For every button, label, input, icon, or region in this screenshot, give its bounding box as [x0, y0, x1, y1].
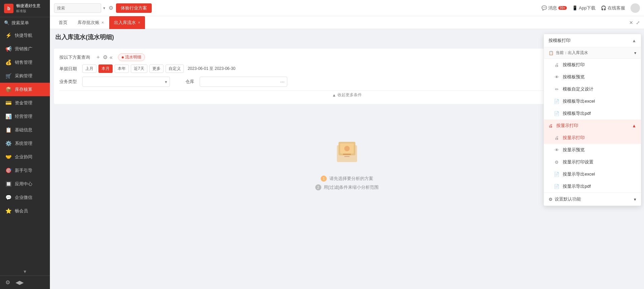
date-btn-last-month[interactable]: 上月 — [82, 64, 96, 73]
current-template-icon: 📋 — [549, 51, 554, 55]
dropdown-item-display-export-excel[interactable]: 📄 按显示导出excel — [544, 168, 641, 180]
sidebar-item-guide[interactable]: 🎯 新手引导 — [0, 164, 50, 177]
dropdown-item-display-print[interactable]: 🖨 按显示打印 — [544, 132, 641, 144]
date-btn-custom[interactable]: 自定义 — [166, 64, 184, 73]
date-btn-7days[interactable]: 近7天 — [131, 64, 147, 73]
sidebar-item-operation[interactable]: 📊 经营管理 — [0, 110, 50, 123]
tab-inventory-flow[interactable]: 出入库流水 × — [109, 16, 145, 29]
sidebar-item-label: 企业协同 — [15, 154, 32, 160]
header-right: 💬 消息 99+ 📱 App下载 🎧 在线客服 — [541, 3, 640, 13]
dropdown-item-template-print[interactable]: 🖨 按模板打印 — [544, 59, 641, 71]
tab-close-all-icon[interactable]: ✕ — [629, 20, 633, 25]
settings-bottom-icon[interactable]: ⚙ — [5, 279, 10, 286]
date-btn-this-month[interactable]: 本月 — [98, 64, 113, 73]
empty-tip-2: 2 用[过滤]条件来缩小分析范围 — [315, 183, 379, 192]
template-preview-icon: 👁 — [554, 74, 559, 80]
tab-batch-account-close[interactable]: × — [101, 20, 104, 25]
display-pdf-icon: 📄 — [554, 184, 559, 189]
dropdown-item-template-export-pdf[interactable]: 📄 按模板导出pdf — [544, 107, 641, 120]
dropdown-item-template-preview[interactable]: 👁 按模板预览 — [544, 71, 641, 83]
tabs-bar: 首页 库存批次账 × 出入库流水 × ✕ ⤢ — [50, 16, 644, 29]
sidebar-item-inventory[interactable]: 📦 库存核算 — [0, 83, 50, 96]
dropdown-footer[interactable]: ⚙ 设置默认功能 ▾ — [544, 192, 641, 206]
wechat-icon: 💬 — [5, 194, 11, 201]
header-gear-icon[interactable]: ⚙ — [109, 5, 113, 11]
date-group: 上月 本月 本年 近7天 更多 自定义 2023-06-01 至 2023-06… — [82, 64, 235, 73]
page-title: 出入库流水(流水明细) — [54, 33, 115, 41]
sidebar-item-finance[interactable]: 💳 资金管理 — [0, 96, 50, 110]
sidebar-item-marketing[interactable]: 📢 营销推广 — [0, 42, 50, 56]
display-preview-icon: 👁 — [554, 147, 559, 153]
sidebar-scroll-down[interactable]: ▼ — [0, 268, 50, 275]
display-section-icon: 🖨 — [549, 123, 553, 128]
warehouse-label: 仓库 — [185, 79, 194, 85]
industry-solution-button[interactable]: 体验行业方案 — [116, 3, 152, 13]
app-logo-icon: b — [4, 4, 13, 13]
sidebar-item-system[interactable]: ⚙️ 系统管理 — [0, 137, 50, 150]
template-print-label: 按模板打印 — [563, 62, 585, 68]
quick-nav-icon: ⚡ — [5, 32, 11, 38]
header-message[interactable]: 💬 消息 99+ — [541, 5, 567, 11]
sidebar-logo: b 畅捷通好生意 标准版 — [0, 0, 50, 17]
header-online-service[interactable]: 🎧 在线客服 — [601, 5, 625, 11]
filter-collapse-icon[interactable]: « — [110, 54, 113, 60]
biz-type-select[interactable] — [82, 77, 170, 87]
user-avatar[interactable] — [631, 3, 640, 13]
footer-label: 设置默认功能 — [555, 196, 581, 202]
template-custom-icon: ✏ — [554, 86, 559, 92]
sidebar-item-label: 新手引导 — [15, 167, 32, 174]
sidebar-item-label: 库存核算 — [15, 86, 32, 93]
header-search-dropdown-icon[interactable]: ▾ — [103, 6, 105, 10]
sidebar-item-label: 采购管理 — [15, 73, 32, 79]
sidebar-item-collab[interactable]: 🤝 企业协同 — [0, 150, 50, 164]
tab-maximize-icon[interactable]: ⤢ — [636, 20, 640, 25]
sidebar-item-label: 快捷导航 — [15, 32, 32, 38]
collapse-sidebar-icon[interactable]: ◀▶ — [16, 279, 24, 286]
filter-tag-label: 流水明细 — [125, 54, 141, 60]
display-print-icon: 🖨 — [554, 135, 559, 140]
warehouse-select[interactable] — [200, 77, 287, 87]
display-excel-label: 按显示导出excel — [563, 171, 595, 177]
display-print-section-header[interactable]: 🖨 按显示打印 ▲ — [544, 120, 641, 132]
app-name: 畅捷通好生意 — [16, 3, 40, 9]
header-app-download[interactable]: 📱 App下载 — [572, 5, 595, 11]
template-excel-icon: 📄 — [554, 99, 559, 104]
sidebar-item-label: 畅会员 — [15, 208, 28, 214]
tip-number-1: 1 — [321, 176, 327, 182]
dropdown-chevron-up-icon[interactable]: ▲ — [632, 38, 636, 43]
tab-home[interactable]: 首页 — [54, 16, 72, 29]
filter-tag-flow[interactable]: 流水明细 — [118, 53, 145, 61]
sidebar-item-purchase[interactable]: 🛒 采购管理 — [0, 69, 50, 83]
display-print-label: 按显示打印 — [563, 135, 585, 141]
sidebar-item-wechat[interactable]: 💬 企业微信 — [0, 191, 50, 204]
dropdown-item-display-preview[interactable]: 👁 按显示预览 — [544, 144, 641, 156]
dropdown-item-display-export-pdf[interactable]: 📄 按显示导出pdf — [544, 180, 641, 192]
sidebar-item-apps[interactable]: 🔲 应用中心 — [0, 177, 50, 191]
filter-action-icons: ＋ ⚙ « — [95, 54, 113, 61]
search-icon: 🔍 — [4, 20, 9, 25]
app-download-label: App下载 — [579, 5, 595, 11]
tab-batch-account[interactable]: 库存批次账 × — [73, 16, 109, 29]
sidebar-item-sales[interactable]: 💰 销售管理 — [0, 56, 50, 69]
dropdown-item-template-custom[interactable]: ✏ 模板自定义设计 — [544, 83, 641, 95]
svg-rect-5 — [344, 156, 350, 157]
sidebar-item-label: 企业微信 — [15, 194, 32, 201]
header: ▾ ⚙ 体验行业方案 💬 消息 99+ 📱 App下载 🎧 在线客服 — [50, 0, 644, 16]
current-template-chevron[interactable]: ▾ — [634, 51, 636, 55]
sidebar: b 畅捷通好生意 标准版 🔍 搜索菜单 ⚡ 快捷导航 📢 营销推广 💰 销售管理… — [0, 0, 50, 289]
sidebar-item-quick-nav[interactable]: ⚡ 快捷导航 — [0, 29, 50, 42]
dropdown-sub-header: 📋 当前：出入库流水 ▾ — [544, 47, 641, 59]
sidebar-item-member[interactable]: ⭐ 畅会员 — [0, 204, 50, 218]
dropdown-item-template-export-excel[interactable]: 📄 按模板导出excel — [544, 95, 641, 107]
dropdown-item-display-print-settings[interactable]: ⚙ 按显示打印设置 — [544, 156, 641, 168]
filter-add-icon[interactable]: ＋ — [95, 54, 101, 61]
sidebar-item-basic[interactable]: 📋 基础信息 — [0, 123, 50, 137]
sidebar-search[interactable]: 🔍 搜索菜单 — [0, 17, 50, 29]
sidebar-item-label: 营销推广 — [15, 46, 32, 52]
filter-settings-icon[interactable]: ⚙ — [103, 54, 108, 60]
svg-rect-4 — [343, 154, 351, 155]
tab-inventory-flow-close[interactable]: × — [138, 20, 140, 25]
date-btn-this-year[interactable]: 本年 — [115, 64, 129, 73]
header-search-input[interactable] — [54, 3, 101, 13]
date-btn-more[interactable]: 更多 — [149, 64, 164, 73]
